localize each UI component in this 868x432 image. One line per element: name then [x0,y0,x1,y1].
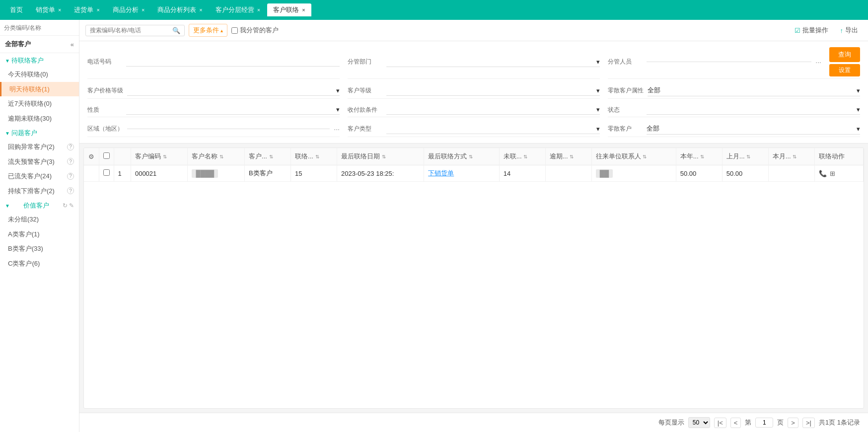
filter-price-grade-select[interactable]: ▾ [127,86,340,96]
close-purchase-order-icon[interactable]: × [96,7,99,13]
filter-manager-dots[interactable]: ··· [815,58,821,66]
filter-region-dots[interactable]: ··· [334,125,340,133]
collapse-icon[interactable]: « [71,41,74,48]
page-number-input[interactable] [755,418,773,428]
sidebar: 🔍 全部客户 « 待联络客户 今天待联络(0) 明天待联络(1) 近7天待联络(… [0,20,79,432]
main-search-icon[interactable]: 🔍 [172,27,180,34]
col-last-date[interactable]: 最后联络日期 ⇅ [337,148,424,165]
filter-status-select[interactable]: ▾ [647,105,860,115]
filter-phone-input[interactable] [126,57,340,67]
all-customers-label: 全部客户 [5,40,31,49]
sidebar-search-input[interactable] [4,24,78,31]
more-conditions-button[interactable]: 更多条件 [189,24,227,37]
sidebar-declining[interactable]: 持续下滑客户(2) ? [0,184,79,199]
col-overdue[interactable]: 逾期... ⇅ [545,148,591,165]
close-sales-order-icon[interactable]: × [58,7,61,13]
close-customer-contact-icon[interactable]: × [302,7,305,13]
section-value-customers[interactable]: 价值客户 ↻ ✎ [0,198,79,212]
sidebar-churned[interactable]: 已流失客户(24) ? [0,169,79,184]
filter-payment-select[interactable]: ▾ [386,105,600,115]
phone-icon[interactable]: 📞 [819,170,827,177]
sidebar-repurchase-abnormal[interactable]: 回购异常客户(2) ? [0,140,79,154]
sidebar-c-customers[interactable]: C类客户(6) [0,256,79,271]
col-type[interactable]: 客户... ⇅ [245,148,291,165]
help-icon[interactable]: ? [67,187,74,194]
table-row: 1 000021 ████ B类客户 15 2023-05-23 18:25: … [84,165,864,182]
last-page-button[interactable]: >| [802,418,815,428]
section-pending-contact[interactable]: 待联络客户 [0,53,79,67]
filter-customer-grade-select[interactable]: ▾ [386,86,600,96]
action-icons: 📞 ⊞ [819,170,859,177]
filter-region: 区域（地区） ··· [87,121,340,137]
col-gear[interactable]: ⚙ [84,148,99,165]
export-button[interactable]: ↑ 导出 [836,24,863,36]
sidebar-7day-contact[interactable]: 近7天待联络(0) [0,96,79,111]
row-un-linked: 14 [499,165,545,182]
grid-icon[interactable]: ⊞ [830,170,835,177]
my-customers-checkbox[interactable]: 我分管的客户 [231,26,279,35]
section-problem-customers[interactable]: 问题客户 [0,126,79,140]
col-this-month[interactable]: 本月... ⇅ [768,148,814,165]
filter-retail-attr-label: 零散客户属性 [608,86,644,95]
close-product-analysis-list-icon[interactable]: × [199,7,202,13]
filter-manager: 分管人员 ··· 查询 设置 [608,45,860,79]
select-all-checkbox[interactable] [103,152,110,159]
nav-purchase-order[interactable]: 进货单 × [68,3,105,16]
customer-table-wrapper: ⚙ 客户编码 ⇅ 客户名称 ⇅ [83,147,864,409]
sidebar-tomorrow-contact[interactable]: 明天待联络(1) [0,82,79,97]
all-customers-header[interactable]: 全部客户 « [0,36,79,53]
col-contact-person[interactable]: 往来单位联系人 ⇅ [591,148,676,165]
page-size-select[interactable]: 50 [688,417,710,428]
query-button[interactable]: 查询 [829,47,860,62]
main-search-input[interactable] [90,27,170,34]
help-icon[interactable]: ? [67,173,74,180]
nav-product-analysis[interactable]: 商品分析 × [107,3,150,16]
sidebar-ungrouped[interactable]: 未分组(32) [0,212,79,227]
col-last-month[interactable]: 上月... ⇅ [722,148,768,165]
nav-home[interactable]: 首页 [4,3,29,16]
col-this-year[interactable]: 本年... ⇅ [676,148,722,165]
row-last-method[interactable]: 下销货单 [424,165,500,182]
setting-button[interactable]: 设置 [829,64,860,76]
sort-icon: ⇅ [382,154,386,159]
col-index [114,148,131,165]
sidebar-churn-warning[interactable]: 流失预警客户(3) ? [0,154,79,169]
close-product-analysis-icon[interactable]: × [142,7,145,13]
first-page-button[interactable]: |< [714,418,726,428]
batch-ops-button[interactable]: ☑ 批量操作 [791,24,832,36]
row-check[interactable] [99,165,114,182]
sidebar-a-customers[interactable]: A类客户(1) [0,227,79,242]
value-customers-icons: ↻ ✎ [63,202,74,209]
help-icon[interactable]: ? [67,144,74,150]
row-checkbox[interactable] [103,169,110,176]
close-customer-tier-icon[interactable]: × [257,7,260,13]
col-name[interactable]: 客户名称 ⇅ [188,148,245,165]
col-contact[interactable]: 联络... ⇅ [291,148,337,165]
filter-nature-select[interactable]: ▾ [126,105,340,115]
filter-customer-type-select[interactable]: ▾ [386,124,600,134]
my-customers-check[interactable] [231,27,238,34]
nav-customer-tier[interactable]: 客户分层经营 × [210,3,266,16]
filter-dept-select[interactable]: ▾ [386,57,600,67]
sort-icon: ⇅ [219,154,223,159]
col-last-method[interactable]: 最后联络方式 ⇅ [424,148,500,165]
nav-product-analysis-list[interactable]: 商品分析列表 × [151,3,208,16]
filter-retail-customer-select[interactable]: 全部 ▾ [647,123,860,135]
filter-customer-grade: 客户等级 ▾ [348,83,600,99]
sidebar-b-customers[interactable]: B类客户(33) [0,241,79,256]
nav-customer-contact[interactable]: 客户联络 × [267,3,311,16]
filter-phone-label: 电话号码 [87,58,122,66]
pagination-bar: 每页显示 50 |< < 第 页 > >| 共1页 1条记录 [79,413,868,432]
sidebar-overdue-contact[interactable]: 逾期未联络(30) [0,111,79,126]
row-overdue [545,165,591,182]
next-page-button[interactable]: > [788,418,798,428]
col-check[interactable] [99,148,114,165]
filter-price-grade-label: 客户价格等级 [87,86,123,95]
col-code[interactable]: 客户编码 ⇅ [131,148,188,165]
prev-page-button[interactable]: < [730,418,741,428]
help-icon[interactable]: ? [67,158,74,165]
col-un-linked[interactable]: 未联... ⇅ [499,148,545,165]
nav-sales-order[interactable]: 销货单 × [30,3,67,16]
filter-retail-attr-select[interactable]: 全部 ▾ [648,85,860,96]
sidebar-today-contact[interactable]: 今天待联络(0) [0,67,79,82]
